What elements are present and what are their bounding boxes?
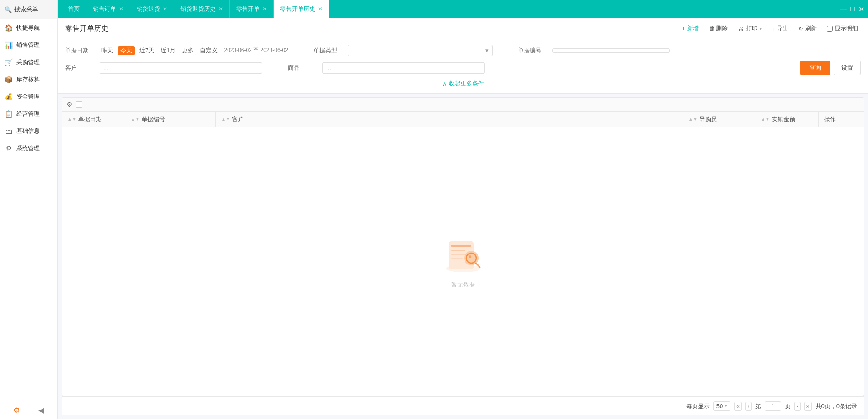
- date-option-more[interactable]: 更多: [180, 46, 195, 55]
- gear-icon: ⚙: [5, 144, 13, 152]
- table-body: 暂无数据: [62, 127, 864, 396]
- content: 零售开单历史 + 新增 🗑 删除 🖨 打印 ▾ ↑ 导出 ↻ 刷新: [58, 18, 868, 419]
- collapse-label: 收起更多条件: [449, 80, 484, 88]
- maximize-icon[interactable]: □: [850, 5, 855, 13]
- table-area: ⚙ ▲▼ 单据日期 ▲▼ 单据编号 ▲▼ 客户 ▲▼ 导购员: [62, 97, 864, 396]
- svg-rect-5: [451, 258, 463, 259]
- per-page-label: 每页显示: [686, 402, 710, 410]
- sidebar-item-finance[interactable]: 💰 资金管理: [0, 88, 57, 105]
- next-page-button[interactable]: ›: [794, 402, 801, 411]
- tab-close-sales-order[interactable]: ✕: [119, 6, 123, 12]
- tab-sales-return-history[interactable]: 销货退货历史 ✕: [174, 0, 230, 18]
- refresh-button[interactable]: ↻ 刷新: [796, 23, 820, 34]
- settings-button[interactable]: ⚙: [14, 406, 20, 414]
- tab-close-sales-return[interactable]: ✕: [163, 6, 167, 12]
- sidebar-item-inventory[interactable]: 📦 库存核算: [0, 71, 57, 88]
- display-detail-label: 显示明细: [835, 24, 858, 33]
- export-label: 导出: [777, 24, 788, 33]
- th-sort-icon[interactable]: ▲▼: [67, 117, 76, 122]
- customer-input[interactable]: ...: [100, 62, 262, 74]
- th-salesperson-label: 导购员: [699, 115, 717, 123]
- sidebar-item-sys-mgmt[interactable]: ⚙ 系统管理: [0, 140, 57, 157]
- tab-sales-return[interactable]: 销货退货 ✕: [130, 0, 174, 18]
- order-number-label: 单据编号: [518, 47, 545, 55]
- per-page-chevron-icon: ▾: [725, 403, 727, 409]
- customer-label: 客户: [65, 64, 92, 72]
- export-button[interactable]: ↑ 导出: [769, 23, 792, 34]
- sidebar-item-base-info[interactable]: 🗃 基础信息: [0, 122, 57, 140]
- date-option-last1m[interactable]: 近1月: [159, 46, 177, 55]
- sidebar-item-label: 基础信息: [16, 127, 40, 135]
- per-page-select[interactable]: 50 ▾: [713, 401, 730, 411]
- th-customer: ▲▼ 客户: [216, 112, 683, 127]
- print-icon: 🖨: [738, 25, 744, 32]
- date-option-last7[interactable]: 近7天: [138, 46, 156, 55]
- tab-retail-history[interactable]: 零售开单历史 ✕: [274, 0, 329, 18]
- tab-retail-open-label: 零售开单: [236, 5, 260, 13]
- order-number-input[interactable]: [552, 48, 670, 53]
- table-header: ▲▼ 单据日期 ▲▼ 单据编号 ▲▼ 客户 ▲▼ 导购员 ▲▼ 实销金额: [62, 112, 864, 127]
- sidebar-item-quick-nav[interactable]: 🏠 快捷导航: [0, 19, 57, 37]
- customer-placeholder: ...: [104, 65, 109, 71]
- th-salesperson: ▲▼ 导购员: [683, 112, 755, 127]
- toolbar: + 新增 🗑 删除 🖨 打印 ▾ ↑ 导出 ↻ 刷新 显示明细: [679, 23, 861, 34]
- th-amount-label: 实销金额: [772, 115, 795, 123]
- date-option-yesterday[interactable]: 昨天: [100, 46, 115, 55]
- filter-row-date: 单据日期 昨天 今天 近7天 近1月 更多 自定义 2023-06-02 至 2…: [65, 45, 861, 56]
- first-page-button[interactable]: «: [734, 402, 742, 411]
- export-icon: ↑: [772, 25, 775, 32]
- collapse-filter-button[interactable]: ∧ 收起更多条件: [65, 80, 861, 88]
- tab-sales-order[interactable]: 销售订单 ✕: [86, 0, 130, 18]
- sidebar-item-label: 库存核算: [16, 75, 40, 84]
- th-sort-icon-4[interactable]: ▲▼: [688, 117, 697, 122]
- table-toolbar: ⚙: [62, 98, 864, 112]
- clipboard-icon: 📋: [5, 110, 13, 118]
- tab-bar: 首页 销售订单 ✕ 销货退货 ✕ 销货退货历史 ✕ 零售开单 ✕ 零售开单历史 …: [58, 0, 868, 18]
- display-detail-checkbox[interactable]: [827, 26, 833, 32]
- table-settings-icon[interactable]: ⚙: [66, 100, 72, 108]
- sidebar: 🔍 搜索采单 🏠 快捷导航 📊 销售管理 🛒 采购管理 📦 库存核算 💰 资金管…: [0, 0, 58, 419]
- collapse-sidebar-button[interactable]: ◀: [38, 406, 44, 414]
- select-all-checkbox[interactable]: [76, 101, 82, 108]
- current-page-input[interactable]: [765, 401, 781, 411]
- per-page-value: 50: [716, 403, 723, 410]
- order-type-select[interactable]: ▾: [348, 45, 493, 56]
- minimize-icon[interactable]: —: [840, 5, 847, 13]
- sidebar-item-operations[interactable]: 📋 经营管理: [0, 105, 57, 122]
- new-button[interactable]: + 新增: [679, 23, 702, 34]
- th-sort-icon-3[interactable]: ▲▼: [221, 117, 230, 122]
- close-icon[interactable]: ✕: [859, 5, 864, 14]
- print-button[interactable]: 🖨 打印 ▾: [735, 23, 765, 34]
- tab-home-label: 首页: [68, 5, 80, 13]
- last-page-button[interactable]: »: [804, 402, 812, 411]
- page-title: 零售开单历史: [65, 24, 109, 33]
- query-button[interactable]: 查询: [800, 61, 830, 75]
- chevron-up-icon: ∧: [442, 80, 447, 87]
- th-sort-icon-5[interactable]: ▲▼: [761, 117, 770, 122]
- svg-rect-2: [451, 245, 471, 247]
- product-input[interactable]: ...: [322, 62, 485, 74]
- tab-home[interactable]: 首页: [62, 0, 86, 18]
- sidebar-nav: 🏠 快捷导航 📊 销售管理 🛒 采购管理 📦 库存核算 💰 资金管理 📋 经营管…: [0, 19, 57, 401]
- page-label-after: 页: [785, 402, 791, 410]
- chart-icon: 📊: [5, 41, 13, 49]
- delete-button[interactable]: 🗑 删除: [706, 23, 731, 34]
- date-option-today[interactable]: 今天: [118, 46, 135, 55]
- sidebar-item-label: 经营管理: [16, 110, 40, 118]
- settings-filter-button[interactable]: 设置: [834, 61, 861, 75]
- svg-rect-3: [451, 250, 465, 251]
- prev-page-button[interactable]: ‹: [745, 402, 752, 411]
- sidebar-item-label: 系统管理: [16, 144, 40, 152]
- tab-close-retail-history[interactable]: ✕: [318, 6, 323, 12]
- display-detail-button[interactable]: 显示明细: [824, 23, 861, 34]
- tab-close-sales-return-history[interactable]: ✕: [218, 6, 223, 12]
- tab-retail-open[interactable]: 零售开单 ✕: [230, 0, 274, 18]
- tab-sales-return-label: 销货退货: [137, 5, 160, 13]
- main: 首页 销售订单 ✕ 销货退货 ✕ 销货退货历史 ✕ 零售开单 ✕ 零售开单历史 …: [58, 0, 868, 419]
- sidebar-item-sales-mgmt[interactable]: 📊 销售管理: [0, 37, 57, 54]
- th-sort-icon-2[interactable]: ▲▼: [131, 117, 140, 122]
- sidebar-search[interactable]: 🔍 搜索采单: [0, 0, 57, 19]
- date-option-custom[interactable]: 自定义: [198, 46, 219, 55]
- tab-close-retail-open[interactable]: ✕: [262, 6, 267, 12]
- sidebar-item-purchase-mgmt[interactable]: 🛒 采购管理: [0, 54, 57, 71]
